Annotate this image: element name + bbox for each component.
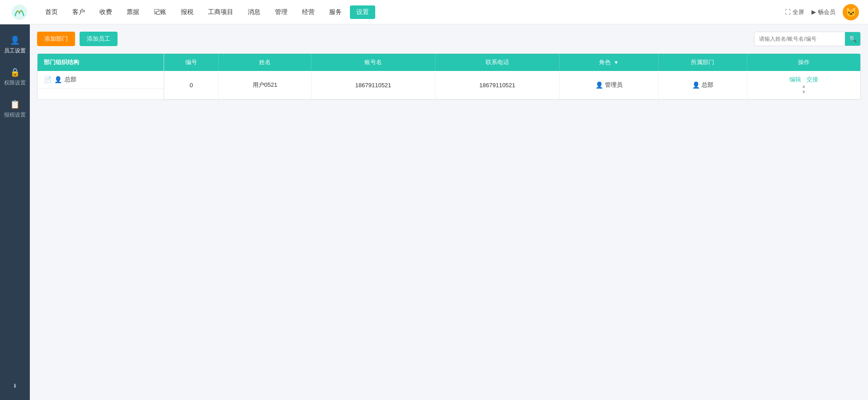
col-name: 姓名 xyxy=(219,54,311,71)
sidebar-item-employee[interactable]: 👤 员工设置 xyxy=(0,29,30,61)
arrow-down-icon: ▼ xyxy=(802,89,806,94)
tree-header: 部门组织结构 xyxy=(38,54,164,71)
nav-settings[interactable]: 设置 xyxy=(350,5,375,19)
tree-panel: 部门组织结构 📄 👤 总部 xyxy=(38,54,164,99)
vip-label: 畅会员 xyxy=(818,8,835,16)
logo-icon xyxy=(11,4,28,21)
search-input[interactable] xyxy=(755,36,845,42)
logo-area xyxy=(5,4,34,21)
tree-file-icon: 📄 xyxy=(44,76,52,83)
nav-home[interactable]: 首页 xyxy=(39,5,64,19)
main-layout: 👤 员工设置 🔒 权限设置 📋 报税设置 ⬇ 添加部门 添加员工 🔍 xyxy=(0,24,868,400)
top-navigation: 首页 客户 收费 票据 记账 报税 工商项目 消息 管理 经营 服务 设置 ⛶ … xyxy=(0,0,868,24)
role-label: 管理员 xyxy=(605,81,623,89)
cell-actions: 编辑 交接 ▲ ▼ xyxy=(747,71,860,99)
search-button[interactable]: 🔍 xyxy=(845,32,860,46)
sidebar-download[interactable]: ⬇ xyxy=(0,376,30,395)
search-icon: 🔍 xyxy=(849,35,857,42)
fullscreen-label: 全屏 xyxy=(793,8,804,16)
table-row: 0 用户0521 18679110521 18679110521 👤 管理员 xyxy=(164,71,860,99)
employee-icon: 👤 xyxy=(10,35,20,45)
add-department-button[interactable]: 添加部门 xyxy=(37,32,75,46)
tree-item-root[interactable]: 📄 👤 总部 xyxy=(38,71,164,89)
col-account: 账号名 xyxy=(311,54,435,71)
sidebar-item-permission-label: 权限设置 xyxy=(4,79,26,87)
cell-phone: 18679110521 xyxy=(435,71,559,99)
download-icon: ⬇ xyxy=(13,383,17,389)
scroll-arrows: ▲ ▼ xyxy=(751,84,857,94)
col-role-label: 角色 xyxy=(599,59,611,66)
col-role[interactable]: 角色 ▼ xyxy=(559,54,658,71)
nav-bill[interactable]: 票据 xyxy=(120,5,146,19)
fullscreen-button[interactable]: ⛶ 全屏 xyxy=(785,8,804,16)
main-nav: 首页 客户 收费 票据 记账 报税 工商项目 消息 管理 经营 服务 设置 xyxy=(39,5,785,19)
sidebar-item-tax-label: 报税设置 xyxy=(4,111,26,119)
nav-operation[interactable]: 经营 xyxy=(296,5,321,19)
dept-user-icon: 👤 xyxy=(692,81,700,89)
cell-role: 👤 管理员 xyxy=(559,71,658,99)
table-header-row: 编号 姓名 账号名 联系电话 角色 ▼ 所属部门 操作 xyxy=(164,54,860,71)
tax-icon: 📋 xyxy=(10,99,20,109)
arrow-up-icon: ▲ xyxy=(802,84,806,89)
sidebar-item-permission[interactable]: 🔒 权限设置 xyxy=(0,61,30,93)
vip-icon: ▶ xyxy=(811,9,816,15)
nav-account[interactable]: 记账 xyxy=(147,5,173,19)
nav-manage[interactable]: 管理 xyxy=(269,5,294,19)
avatar[interactable]: 🐱 xyxy=(843,4,859,20)
role-user-icon: 👤 xyxy=(595,81,603,89)
col-dept: 所属部门 xyxy=(658,54,747,71)
col-phone: 联系电话 xyxy=(435,54,559,71)
permission-icon: 🔒 xyxy=(10,67,20,77)
transfer-button[interactable]: 交接 xyxy=(807,76,818,83)
search-box: 🔍 xyxy=(754,32,861,46)
col-action: 操作 xyxy=(747,54,860,71)
employee-table: 编号 姓名 账号名 联系电话 角色 ▼ 所属部门 操作 xyxy=(164,54,860,99)
col-id: 编号 xyxy=(164,54,219,71)
tree-item-label: 总部 xyxy=(65,75,76,84)
sidebar-item-employee-label: 员工设置 xyxy=(4,47,26,55)
nav-client[interactable]: 客户 xyxy=(66,5,91,19)
sidebar: 👤 员工设置 🔒 权限设置 📋 报税设置 ⬇ xyxy=(0,24,30,400)
filter-icon: ▼ xyxy=(614,60,619,65)
table-container: 部门组织结构 📄 👤 总部 编号 姓名 账号名 联系电话 xyxy=(37,53,861,100)
dept-label: 总部 xyxy=(702,81,713,89)
cell-name: 用户0521 xyxy=(219,71,311,99)
toolbar: 添加部门 添加员工 🔍 xyxy=(37,32,861,46)
nav-message[interactable]: 消息 xyxy=(241,5,267,19)
nav-fee[interactable]: 收费 xyxy=(93,5,118,19)
cell-id: 0 xyxy=(164,71,219,99)
content-area: 添加部门 添加员工 🔍 部门组织结构 📄 👤 总部 xyxy=(30,24,868,400)
nav-tax[interactable]: 报税 xyxy=(175,5,200,19)
sidebar-item-tax[interactable]: 📋 报税设置 xyxy=(0,93,30,125)
cell-account: 18679110521 xyxy=(311,71,435,99)
nav-service[interactable]: 服务 xyxy=(323,5,348,19)
nav-right: ⛶ 全屏 ▶ 畅会员 🐱 xyxy=(785,4,859,20)
nav-business[interactable]: 工商项目 xyxy=(202,5,240,19)
table-panel: 编号 姓名 账号名 联系电话 角色 ▼ 所属部门 操作 xyxy=(164,54,860,99)
edit-button[interactable]: 编辑 xyxy=(789,76,801,83)
vip-button[interactable]: ▶ 畅会员 xyxy=(811,8,835,16)
cell-dept: 👤 总部 xyxy=(658,71,747,99)
fullscreen-icon: ⛶ xyxy=(785,9,791,15)
tree-user-icon: 👤 xyxy=(54,76,62,83)
add-employee-button[interactable]: 添加员工 xyxy=(80,32,118,46)
